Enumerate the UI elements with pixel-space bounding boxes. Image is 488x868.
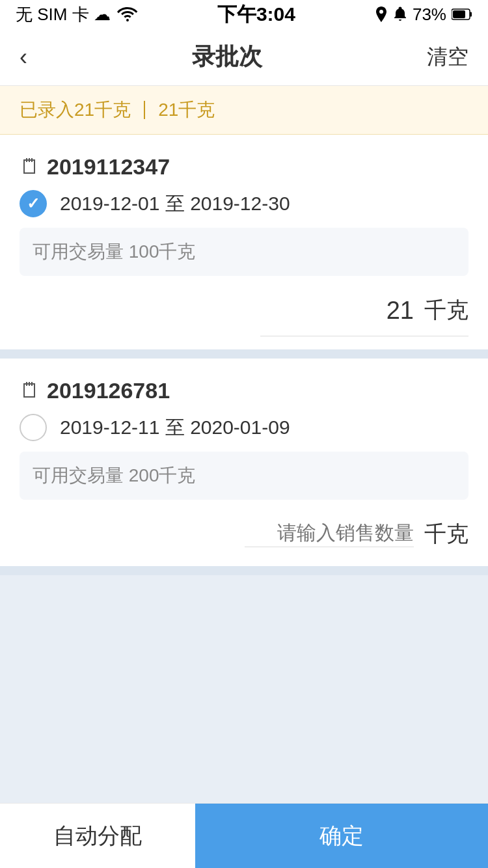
status-bar: 无 SIM 卡 ☁ 下午3:04 73% bbox=[0, 0, 488, 29]
location-icon bbox=[375, 7, 388, 22]
batch-availability-1: 可用交易量 100千克 bbox=[20, 228, 468, 276]
status-right: 73% bbox=[375, 5, 472, 25]
gray-separator-1 bbox=[0, 349, 488, 359]
batch-item-2: 🗒 2019126781 2019-12-11 至 2020-01-09 可用交… bbox=[0, 359, 488, 566]
batch-header-2: 🗒 2019126781 bbox=[20, 378, 468, 403]
batch-amount-row-1: 千克 bbox=[20, 289, 468, 336]
batch-id-1: 2019112347 bbox=[47, 154, 170, 180]
input-row-2: 千克 bbox=[20, 513, 468, 553]
nav-bar: ‹ 录批次 清空 bbox=[0, 29, 488, 86]
bottom-bar: 自动分配 确定 bbox=[0, 803, 488, 868]
batch-amount-input-1[interactable] bbox=[336, 297, 414, 325]
status-left: 无 SIM 卡 ☁ bbox=[16, 3, 138, 26]
amount-underline-1 bbox=[260, 336, 468, 336]
status-time: 下午3:04 bbox=[217, 1, 295, 28]
batch-date-row-2[interactable]: 2019-12-11 至 2020-01-09 bbox=[20, 414, 468, 441]
alarm-icon bbox=[393, 7, 407, 22]
batch-item-1: 🗒 2019112347 2019-12-01 至 2019-12-30 可用交… bbox=[0, 135, 488, 349]
batch-date-1: 2019-12-01 至 2019-12-30 bbox=[60, 191, 290, 217]
info-value: 21千克 bbox=[158, 98, 215, 122]
batch-radio-1[interactable] bbox=[20, 190, 47, 217]
gray-separator-2 bbox=[0, 566, 488, 575]
batch-header-1: 🗒 2019112347 bbox=[20, 154, 468, 180]
battery-level: 73% bbox=[413, 5, 446, 25]
info-label: 已录入21千克 bbox=[20, 98, 131, 122]
batch-icon-2: 🗒 bbox=[20, 379, 40, 403]
info-divider bbox=[144, 101, 145, 119]
clear-button[interactable]: 清空 bbox=[427, 43, 468, 72]
batch-id-2: 2019126781 bbox=[47, 378, 170, 403]
batch-unit-2: 千克 bbox=[424, 519, 468, 549]
page-title: 录批次 bbox=[192, 41, 262, 73]
battery-icon bbox=[452, 8, 472, 20]
info-banner: 已录入21千克 21千克 bbox=[0, 86, 488, 135]
batch-unit-1: 千克 bbox=[424, 295, 468, 325]
svg-rect-1 bbox=[470, 12, 472, 17]
confirm-button[interactable]: 确定 bbox=[195, 804, 488, 868]
batch-availability-2: 可用交易量 200千克 bbox=[20, 452, 468, 500]
batch-date-row-1[interactable]: 2019-12-01 至 2019-12-30 bbox=[20, 190, 468, 217]
wifi-icon bbox=[117, 7, 138, 21]
batch-radio-2[interactable] bbox=[20, 414, 47, 441]
sim-status: 无 SIM 卡 ☁ bbox=[16, 3, 111, 26]
batch-date-2: 2019-12-11 至 2020-01-09 bbox=[60, 414, 290, 441]
auto-distribute-button[interactable]: 自动分配 bbox=[0, 804, 195, 868]
batch-card-1: 🗒 2019112347 2019-12-01 至 2019-12-30 可用交… bbox=[0, 135, 488, 349]
back-button[interactable]: ‹ bbox=[20, 44, 27, 71]
svg-rect-2 bbox=[453, 10, 465, 18]
qty-underline-2 bbox=[245, 547, 414, 547]
batch-card-2: 🗒 2019126781 2019-12-11 至 2020-01-09 可用交… bbox=[0, 359, 488, 566]
batch-icon-1: 🗒 bbox=[20, 155, 40, 179]
input-wrap-2 bbox=[245, 522, 414, 547]
qty-input-2[interactable] bbox=[245, 522, 414, 544]
